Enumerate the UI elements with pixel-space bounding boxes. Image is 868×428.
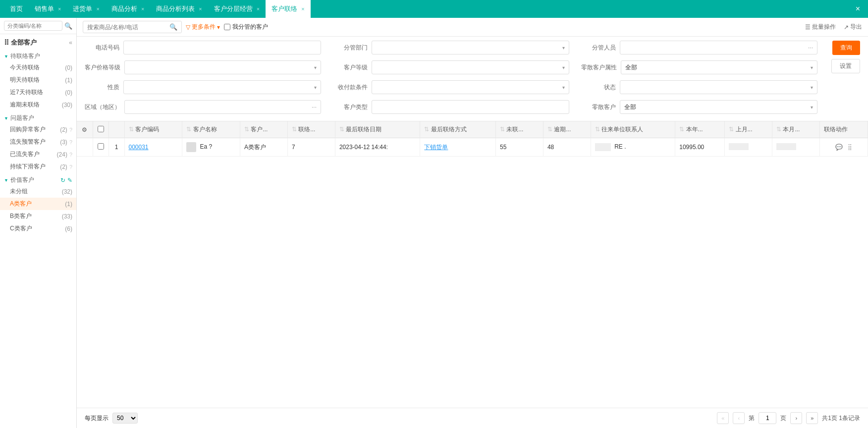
col-contact[interactable]: ⇅ 联络... bbox=[287, 121, 335, 138]
sidebar-item-lost[interactable]: 已流失客户 (24) ? bbox=[0, 148, 76, 160]
row-select-checkbox[interactable] bbox=[98, 143, 104, 150]
retail-customer-select[interactable]: 全部 ▾ bbox=[620, 100, 817, 114]
row-checkbox[interactable] bbox=[93, 138, 108, 157]
batch-op-button[interactable]: ☰ 批量操作 bbox=[805, 23, 836, 31]
col-overdue[interactable]: ⇅ 逾期... bbox=[543, 121, 591, 138]
global-close-button[interactable]: × bbox=[852, 4, 864, 13]
nav-customer-contact[interactable]: 客户联络 × bbox=[266, 0, 310, 18]
sidebar-item-unclassified[interactable]: 未分组 (32) bbox=[0, 185, 76, 198]
nav-purchase-close[interactable]: × bbox=[96, 6, 99, 12]
sidebar-item-class-a[interactable]: A类客户 (1) bbox=[0, 198, 76, 210]
sidebar-item-lost-potential[interactable]: 流失预警客户 (3) ? bbox=[0, 136, 76, 148]
customer-type-select[interactable] bbox=[372, 100, 569, 114]
col-last-contact-date[interactable]: ⇅ 最后联络日期 bbox=[335, 121, 420, 138]
nav-customer-contact-close[interactable]: × bbox=[301, 6, 304, 12]
last-page-button[interactable]: » bbox=[806, 412, 818, 424]
sidebar-search-icon[interactable]: 🔍 bbox=[64, 22, 72, 30]
col-customer-type[interactable]: ⇅ 客户... bbox=[240, 121, 288, 138]
my-customers-check-input[interactable] bbox=[224, 24, 230, 30]
page-size-select[interactable]: 50 100 200 bbox=[112, 413, 138, 424]
pagination-left: 每页显示 50 100 200 bbox=[85, 413, 138, 424]
next-page-button[interactable]: › bbox=[790, 412, 802, 424]
sort-icon: ⇅ bbox=[292, 126, 297, 133]
price-grade-chevron-icon: ▾ bbox=[314, 65, 317, 70]
toolbar-search-input[interactable] bbox=[87, 24, 169, 31]
col-this-month[interactable]: ⇅ 本月... bbox=[772, 121, 820, 138]
page-number-input[interactable] bbox=[759, 412, 776, 424]
value-customers-refresh-icon[interactable]: ↻ bbox=[60, 177, 65, 184]
nav-sales[interactable]: 销售单 × bbox=[29, 0, 67, 18]
contact-more-icon[interactable]: ⣿ bbox=[848, 144, 852, 151]
repeat-abnormal-help-icon[interactable]: ? bbox=[69, 127, 72, 133]
col-no-contact[interactable]: ⇅ 未联... bbox=[495, 121, 543, 138]
price-grade-select[interactable]: ▾ bbox=[124, 60, 321, 74]
sidebar-item-overdue[interactable]: 逾期未联络 (30) bbox=[0, 99, 76, 111]
col-this-year[interactable]: ⇅ 本年... bbox=[675, 121, 725, 138]
export-button[interactable]: ↗ 导出 bbox=[844, 23, 862, 31]
sidebar-item-week[interactable]: 近7天待联络 (0) bbox=[0, 86, 76, 99]
manager-more-icon[interactable]: ··· bbox=[808, 44, 813, 51]
sidebar-item-class-c[interactable]: C类客户 (6) bbox=[0, 222, 76, 235]
sidebar-group-value-customers[interactable]: ▼ 价值客户 ↻ ✎ bbox=[0, 173, 76, 185]
col-name[interactable]: ⇅ 客户名称 bbox=[182, 121, 240, 138]
sidebar-item-tomorrow[interactable]: 明天待联络 (1) bbox=[0, 74, 76, 86]
customer-grade-select[interactable]: ▾ bbox=[372, 60, 569, 74]
pagination-right: « ‹ 第 页 › » 共1页 1条记录 bbox=[717, 412, 860, 424]
main-layout: 🔍 ⠿ 全部客户 « ▼ 待联络客户 今天待联络 (0) 明天待联络 (1) 近… bbox=[0, 18, 868, 428]
lost-help-icon[interactable]: ? bbox=[69, 152, 72, 158]
sidebar-item-today[interactable]: 今天待联络 (0) bbox=[0, 61, 76, 74]
toolbar-search-icon[interactable]: 🔍 bbox=[169, 23, 177, 31]
region-select[interactable]: ··· bbox=[124, 100, 321, 114]
select-all-checkbox[interactable] bbox=[98, 126, 104, 132]
row-name[interactable]: Ea ? bbox=[182, 138, 240, 157]
lost-potential-help-icon[interactable]: ? bbox=[69, 139, 72, 145]
sidebar-item-repeat-abnormal[interactable]: 回购异常客户 (2) ? bbox=[0, 123, 76, 136]
manager-select[interactable]: ··· bbox=[620, 41, 817, 54]
sidebar-search-input[interactable] bbox=[4, 21, 62, 31]
sidebar-group-problem-customers[interactable]: ▼ 问题客户 bbox=[0, 111, 76, 123]
nav-product-analysis-list-close[interactable]: × bbox=[199, 6, 202, 12]
phone-input[interactable] bbox=[123, 41, 321, 54]
prev-page-button[interactable]: ‹ bbox=[733, 412, 745, 424]
sidebar-group-pending-contact[interactable]: ▼ 待联络客户 bbox=[0, 49, 76, 61]
col-code[interactable]: ⇅ 客户编码 bbox=[124, 121, 182, 138]
sidebar-collapse-button[interactable]: « bbox=[69, 39, 72, 46]
col-last-month[interactable]: ⇅ 上月... bbox=[725, 121, 772, 138]
col-last-contact-method[interactable]: ⇅ 最后联络方式 bbox=[420, 121, 496, 138]
nav-home[interactable]: 首页 bbox=[4, 0, 29, 18]
row-action[interactable]: 💬 ⣿ bbox=[820, 138, 868, 157]
payment-select[interactable]: ▾ bbox=[372, 80, 569, 94]
filter-cell-phone: 电话号码 bbox=[85, 41, 321, 54]
first-page-button[interactable]: « bbox=[717, 412, 729, 424]
nav-sales-close[interactable]: × bbox=[58, 6, 61, 12]
top-nav: 首页 销售单 × 进货单 × 商品分析 × 商品分析列表 × 客户分层经营 × … bbox=[0, 0, 868, 18]
nav-sales-label: 销售单 bbox=[35, 4, 54, 13]
contact-chat-icon[interactable]: 💬 bbox=[835, 144, 843, 151]
retail-attr-select[interactable]: 全部 ▾ bbox=[621, 60, 817, 74]
dept-select[interactable]: ▾ bbox=[372, 41, 569, 54]
sidebar-item-class-b[interactable]: B类客户 (33) bbox=[0, 210, 76, 222]
continuous-decline-help-icon[interactable]: ? bbox=[69, 164, 72, 170]
status-chevron-icon: ▾ bbox=[811, 85, 813, 90]
toolbar-filter-button[interactable]: ▽ 更多条件 ▾ bbox=[186, 23, 220, 31]
settings-button[interactable]: 设置 bbox=[831, 59, 860, 73]
nav-customer-segment-close[interactable]: × bbox=[257, 6, 260, 12]
sidebar-item-continuous-decline[interactable]: 持续下滑客户 (2) ? bbox=[0, 160, 76, 173]
col-prev-unit-contact[interactable]: ⇅ 往来单位联系人 bbox=[591, 121, 675, 138]
col-settings[interactable]: ⚙ bbox=[77, 121, 93, 138]
status-select[interactable]: ▾ bbox=[620, 80, 817, 94]
query-button[interactable]: 查询 bbox=[832, 41, 860, 55]
nature-select[interactable]: ▾ bbox=[123, 80, 321, 94]
nav-product-analysis[interactable]: 商品分析 × bbox=[106, 0, 150, 18]
nav-product-analysis-close[interactable]: × bbox=[141, 6, 144, 12]
value-customers-edit-icon[interactable]: ✎ bbox=[67, 177, 72, 184]
nav-customer-segment[interactable]: 客户分层经营 × bbox=[208, 0, 266, 18]
nav-product-analysis-list[interactable]: 商品分析列表 × bbox=[150, 0, 208, 18]
row-last-contact-method[interactable]: 下销货单 bbox=[420, 138, 496, 157]
nav-purchase[interactable]: 进货单 × bbox=[67, 0, 105, 18]
customer-grade-chevron-icon: ▾ bbox=[562, 65, 565, 70]
my-customers-checkbox[interactable]: 我分管的客户 bbox=[224, 23, 268, 31]
row-code[interactable]: 000031 bbox=[124, 138, 182, 157]
region-more-icon[interactable]: ··· bbox=[312, 104, 317, 110]
table-header-row: ⚙ ⇅ 客户编码 ⇅ 客户名称 ⇅ 客户... ⇅ 联络... ⇅ 最后联络日期… bbox=[77, 121, 868, 138]
